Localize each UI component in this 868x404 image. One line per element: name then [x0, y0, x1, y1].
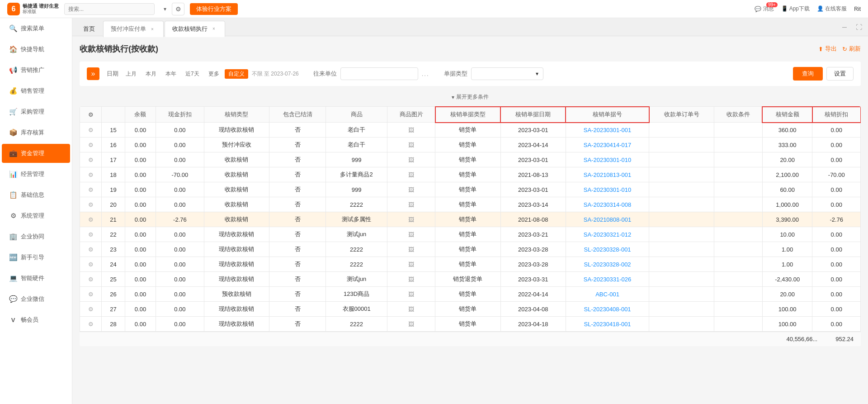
- cell-settings[interactable]: ⚙: [80, 272, 102, 287]
- cell-settings[interactable]: ⚙: [80, 287, 102, 302]
- date-last-7days[interactable]: 近7天: [182, 69, 203, 79]
- cell-settings[interactable]: ⚙: [80, 182, 102, 197]
- cell-settings[interactable]: ⚙: [80, 152, 102, 167]
- cell-cash-discount: 0.00: [156, 138, 204, 152]
- window-expand-icon[interactable]: ⛶: [854, 22, 864, 33]
- cell-voucher-no[interactable]: SA-20210808-001: [566, 212, 649, 227]
- cell-voucher-no[interactable]: SL-20230418-001: [566, 317, 649, 332]
- cell-voucher-no[interactable]: SA-20230314-008: [566, 197, 649, 212]
- sidebar-item-system[interactable]: ⚙ 系统管理: [2, 206, 70, 225]
- date-this-month[interactable]: 本月: [142, 69, 160, 79]
- cell-voucher-no[interactable]: SA-20230331-026: [566, 272, 649, 287]
- cell-goods-image[interactable]: 🖼: [387, 242, 435, 257]
- cell-include-settled: 否: [269, 287, 326, 302]
- cell-receipt-condition: [714, 317, 762, 332]
- cell-voucher-no[interactable]: SA-20230301-001: [566, 123, 649, 138]
- date-custom[interactable]: 自定义: [225, 69, 248, 79]
- cell-goods-image[interactable]: 🖼: [387, 182, 435, 197]
- sidebar-item-sales[interactable]: 💰 销售管理: [2, 81, 70, 100]
- cell-settings[interactable]: ⚙: [80, 317, 102, 332]
- data-table-container: ⚙ 余额 现金折扣 核销类型 包含已结清 商品 商品图片 核销单据类型 核销单据…: [80, 106, 861, 346]
- date-this-year[interactable]: 本年: [162, 69, 180, 79]
- cell-goods-image[interactable]: 🖼: [387, 317, 435, 332]
- cell-goods-image[interactable]: 🖼: [387, 212, 435, 227]
- cell-settings[interactable]: ⚙: [80, 257, 102, 272]
- cell-goods: 老白干: [326, 123, 387, 138]
- cell-include-settled: 否: [269, 152, 326, 167]
- cell-goods-image[interactable]: 🖼: [387, 287, 435, 302]
- expand-more-bar[interactable]: ▾ 展开更多条件: [80, 91, 861, 103]
- cell-voucher-no[interactable]: SL-20230408-001: [566, 302, 649, 317]
- cell-goods-image[interactable]: 🖼: [387, 302, 435, 317]
- cell-settings[interactable]: ⚙: [80, 167, 102, 182]
- cell-voucher-no[interactable]: SA-20230301-010: [566, 152, 649, 167]
- cell-voucher-no[interactable]: SA-20230301-010: [566, 182, 649, 197]
- top-search-input[interactable]: [64, 3, 155, 15]
- cell-settings[interactable]: ⚙: [80, 197, 102, 212]
- cell-goods-image[interactable]: 🖼: [387, 227, 435, 242]
- sidebar-item-quicknav[interactable]: 🏠 快捷导航: [2, 40, 70, 59]
- tab-prepay[interactable]: 预付冲应付单 ×: [103, 21, 164, 37]
- col-settings-header[interactable]: ⚙: [80, 107, 102, 123]
- refresh-button[interactable]: ↻ 刷新: [842, 45, 861, 53]
- tab-writeoff-close[interactable]: ×: [210, 25, 217, 33]
- date-last-month[interactable]: 上月: [122, 69, 140, 79]
- sidebar-item-operation[interactable]: 📊 经营管理: [2, 165, 70, 184]
- filter-expand-button[interactable]: »: [87, 67, 99, 80]
- cell-settings[interactable]: ⚙: [80, 123, 102, 138]
- sidebar-item-hardware[interactable]: 💻 智能硬件: [2, 269, 70, 288]
- tab-prepay-close[interactable]: ×: [149, 25, 156, 33]
- cell-voucher-no[interactable]: SL-20230328-002: [566, 257, 649, 272]
- online-service-btn[interactable]: 👤 在线客服: [817, 5, 847, 13]
- cell-voucher-no[interactable]: SL-20230328-001: [566, 242, 649, 257]
- cell-settings[interactable]: ⚙: [80, 212, 102, 227]
- user-name[interactable]: Rit: [854, 6, 861, 12]
- cell-writeoff-amount: 333.00: [762, 138, 812, 152]
- cell-goods-image[interactable]: 🖼: [387, 257, 435, 272]
- cell-settings[interactable]: ⚙: [80, 227, 102, 242]
- gear-button[interactable]: ⚙: [172, 3, 184, 15]
- sidebar-item-basic[interactable]: 📋 基础信息: [2, 185, 70, 204]
- sidebar-item-company[interactable]: 🏢 企业协同: [2, 227, 70, 246]
- sidebar-item-marketing[interactable]: 📢 营销推广: [2, 61, 70, 80]
- cell-goods-image[interactable]: 🖼: [387, 197, 435, 212]
- table-row: ⚙ 24 0.00 0.00 现结收款核销 否 2222 🖼 销货单 2023-…: [80, 257, 861, 272]
- cell-settings[interactable]: ⚙: [80, 138, 102, 152]
- query-button[interactable]: 查询: [793, 67, 823, 81]
- cell-goods-image[interactable]: 🖼: [387, 272, 435, 287]
- tab-writeoff[interactable]: 收款核销执行 ×: [165, 21, 225, 37]
- sidebar-item-inventory[interactable]: 📦 库存核算: [2, 123, 70, 142]
- data-table: ⚙ 余额 现金折扣 核销类型 包含已结清 商品 商品图片 核销单据类型 核销单据…: [80, 106, 861, 332]
- cell-settings[interactable]: ⚙: [80, 242, 102, 257]
- date-more[interactable]: 更多: [205, 69, 223, 79]
- cell-include-settled: 否: [269, 123, 326, 138]
- voucher-type-select[interactable]: ▾: [471, 67, 543, 80]
- sidebar-item-finance[interactable]: 💼 资金管理: [2, 144, 70, 163]
- sidebar-label-system: 系统管理: [21, 212, 44, 220]
- sidebar-item-member[interactable]: V 畅会员: [2, 310, 70, 329]
- cell-goods-image[interactable]: 🖼: [387, 123, 435, 138]
- cell-goods-image[interactable]: 🖼: [387, 138, 435, 152]
- cell-voucher-no[interactable]: SA-20210813-001: [566, 167, 649, 182]
- cell-goods-image[interactable]: 🖼: [387, 167, 435, 182]
- cell-voucher-no[interactable]: SA-20230321-012: [566, 227, 649, 242]
- settings-button[interactable]: 设置: [826, 67, 854, 81]
- export-button[interactable]: ⬆ 导出: [818, 45, 837, 53]
- cell-voucher-no[interactable]: SA-20230414-017: [566, 138, 649, 152]
- cell-goods-image[interactable]: 🖼: [387, 152, 435, 167]
- sidebar-item-purchase[interactable]: 🛒 采购管理: [2, 102, 70, 121]
- message-btn[interactable]: 💬 消息 99+: [755, 5, 774, 13]
- app-download-btn[interactable]: 📱 App下载: [781, 5, 810, 13]
- cell-voucher-no[interactable]: ABC-001: [566, 287, 649, 302]
- cell-settings[interactable]: ⚙: [80, 302, 102, 317]
- trial-button[interactable]: 体验行业方案: [190, 3, 238, 15]
- sidebar-item-search[interactable]: 🔍 搜索菜单: [2, 19, 70, 38]
- sidebar-item-wechat[interactable]: 💬 企业微信: [2, 290, 70, 309]
- sidebar-item-guide[interactable]: 🆕 新手引导: [2, 248, 70, 267]
- cell-goods: 2222: [326, 242, 387, 257]
- cell-seq: 26: [102, 287, 125, 302]
- partner-input[interactable]: [340, 67, 418, 80]
- top-dropdown[interactable]: ▾: [160, 6, 166, 12]
- window-minimize-icon[interactable]: ─: [839, 22, 850, 33]
- tab-home[interactable]: 首页: [76, 21, 102, 37]
